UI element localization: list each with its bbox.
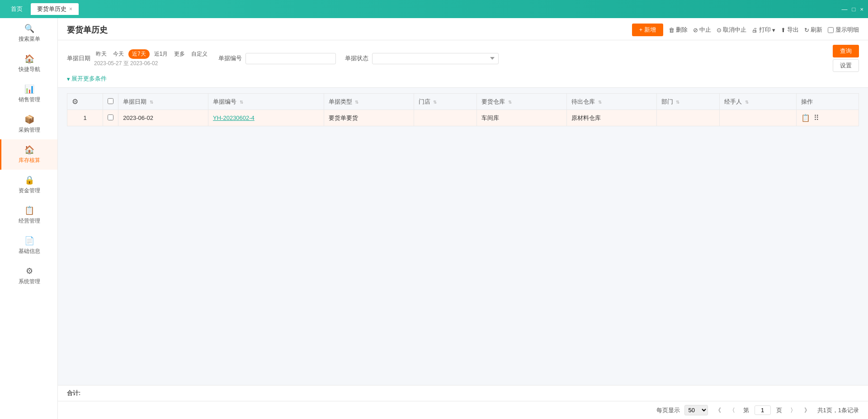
sidebar-item-system-mgmt[interactable]: ⚙ 系统管理 xyxy=(0,261,57,291)
display-detail-label: 显示明细 xyxy=(835,26,859,34)
row-checkbox[interactable] xyxy=(108,114,113,120)
prev-page-btn[interactable]: 〈 xyxy=(726,405,738,415)
view-action-icon[interactable]: 📋 xyxy=(801,114,810,122)
pending-warehouse-col-header: 待出仓库 ⇅ xyxy=(566,94,656,110)
total-info: 共1页，1条记录 xyxy=(817,406,859,414)
per-page-select[interactable]: 50 10 20 100 xyxy=(684,405,708,415)
doc-date-sort-icon[interactable]: ⇅ xyxy=(150,100,153,105)
doc-type-col-label: 单据类型 xyxy=(329,98,352,105)
query-button[interactable]: 查询 xyxy=(833,45,859,57)
active-tab-label: 要货单历史 xyxy=(37,5,66,13)
export-icon: ⬆ xyxy=(781,27,786,33)
doc-num-col-label: 单据编号 xyxy=(213,98,236,105)
cancel-stop-label: 取消中止 xyxy=(723,26,746,34)
chevron-down-icon: ▾ xyxy=(67,76,70,82)
expand-more-btn[interactable]: ▾ 展开更多条件 xyxy=(67,75,859,83)
system-mgmt-icon: ⚙ xyxy=(26,266,33,276)
export-button[interactable]: ⬆ 导出 xyxy=(781,26,799,34)
display-detail-toggle[interactable]: 显示明细 xyxy=(828,26,859,34)
store-col-label: 门店 xyxy=(419,98,430,105)
delete-button[interactable]: 🗑 删除 xyxy=(669,26,688,34)
sidebar-item-purchase-mgmt[interactable]: 📦 采购管理 xyxy=(0,109,57,139)
handler-col-header: 经手人 ⇅ xyxy=(720,94,796,110)
more-action-icon[interactable]: ⠿ xyxy=(814,114,819,122)
sidebar-item-finance-mgmt[interactable]: 🔒 资金管理 xyxy=(0,170,57,200)
sidebar-item-sales-mgmt[interactable]: 📊 销售管理 xyxy=(0,79,57,109)
handler-sort-icon[interactable]: ⇅ xyxy=(745,100,749,105)
filter-row-1: 单据日期 昨天 今天 近7天 近1月 更多 自定义 2023-05-27 至 2… xyxy=(67,45,859,72)
expand-more-label: 展开更多条件 xyxy=(71,75,107,83)
date-shortcut-yesterday[interactable]: 昨天 xyxy=(94,49,108,59)
sidebar-item-quick-nav[interactable]: 🏠 快捷导航 xyxy=(0,48,57,79)
page-title-row: 要货单历史 + 新增 🗑 删除 ⊘ 中止 ⊙ 取消中止 xyxy=(67,24,859,36)
date-shortcut-1month[interactable]: 近1月 xyxy=(152,49,170,59)
row-department xyxy=(656,110,720,126)
refresh-label: 刷新 xyxy=(811,26,822,34)
checkbox-col-header xyxy=(103,94,118,110)
row-store xyxy=(414,110,477,126)
sidebar-item-inventory-calc[interactable]: 🏠 库存核算 xyxy=(0,139,57,170)
date-range-display: 2023-05-27 至 2023-06-02 xyxy=(94,60,209,67)
req-warehouse-col-label: 要货仓库 xyxy=(481,98,505,105)
table-header-row: ⚙ 单据日期 ⇅ 单据编号 ⇅ xyxy=(67,94,859,110)
doc-num-input[interactable] xyxy=(245,53,336,64)
date-shortcut-more[interactable]: 更多 xyxy=(172,49,187,59)
tab-active[interactable]: 要货单历史 × xyxy=(31,3,79,15)
sidebar: 🔍 搜索菜单 🏠 快捷导航 📊 销售管理 📦 采购管理 🏠 库存核算 🔒 资金管… xyxy=(0,18,58,419)
date-shortcut-today[interactable]: 今天 xyxy=(111,49,126,59)
window-controls: — □ × xyxy=(842,6,863,13)
req-warehouse-sort-icon[interactable]: ⇅ xyxy=(508,100,512,105)
doc-num-link[interactable]: YH-20230602-4 xyxy=(213,114,255,121)
select-all-checkbox[interactable] xyxy=(108,98,113,104)
stop-button[interactable]: ⊘ 中止 xyxy=(693,26,711,34)
row-doc-num[interactable]: YH-20230602-4 xyxy=(208,110,324,126)
data-table: ⚙ 单据日期 ⇅ 单据编号 ⇅ xyxy=(67,93,859,126)
refresh-button[interactable]: ↻ 刷新 xyxy=(804,26,822,34)
operation-mgmt-icon: 📋 xyxy=(24,205,34,215)
maximize-icon[interactable]: □ xyxy=(852,6,856,13)
store-sort-icon[interactable]: ⇅ xyxy=(433,100,437,105)
cancel-stop-icon: ⊙ xyxy=(717,27,722,33)
pending-warehouse-sort-icon[interactable]: ⇅ xyxy=(598,100,602,105)
sidebar-label-basic-info: 基础信息 xyxy=(19,248,40,255)
sidebar-item-search-menu[interactable]: 🔍 搜索菜单 xyxy=(0,18,57,48)
minimize-icon[interactable]: — xyxy=(842,6,848,13)
tab-home[interactable]: 首页 xyxy=(5,3,29,15)
store-col-header: 门店 ⇅ xyxy=(414,94,477,110)
action-col-header: 操作 xyxy=(796,94,859,110)
row-num-cell: 1 xyxy=(67,110,103,126)
sidebar-item-operation-mgmt[interactable]: 📋 经营管理 xyxy=(0,200,57,230)
per-page-label: 每页显示 xyxy=(656,406,680,414)
page-number-input[interactable] xyxy=(755,405,771,415)
next-page-btn[interactable]: 〉 xyxy=(788,405,799,415)
first-page-btn[interactable]: 《 xyxy=(712,405,724,415)
purchase-mgmt-icon: 📦 xyxy=(24,114,34,124)
settings-col-header[interactable]: ⚙ xyxy=(67,94,103,110)
doc-date-label: 单据日期 xyxy=(123,98,146,105)
display-detail-checkbox[interactable] xyxy=(828,27,834,33)
row-req-warehouse: 车间库 xyxy=(477,110,567,126)
department-sort-icon[interactable]: ⇅ xyxy=(676,100,679,105)
date-shortcut-7days[interactable]: 近7天 xyxy=(128,49,150,59)
row-doc-date: 2023-06-02 xyxy=(118,110,208,126)
print-button[interactable]: 🖨 打印 ▾ xyxy=(752,26,775,34)
doc-num-sort-icon[interactable]: ⇅ xyxy=(240,100,243,105)
doc-type-sort-icon[interactable]: ⇅ xyxy=(355,100,359,105)
table-area: ⚙ 单据日期 ⇅ 单据编号 ⇅ xyxy=(58,88,868,385)
doc-status-select[interactable] xyxy=(372,53,499,64)
close-window-icon[interactable]: × xyxy=(860,6,863,13)
column-settings-icon[interactable]: ⚙ xyxy=(72,98,78,105)
date-shortcut-custom[interactable]: 自定义 xyxy=(189,49,209,59)
cancel-stop-button[interactable]: ⊙ 取消中止 xyxy=(717,26,746,34)
delete-icon: 🗑 xyxy=(669,27,675,33)
row-actions: 📋 ⠿ xyxy=(796,110,859,126)
settings-button[interactable]: 设置 xyxy=(833,59,859,72)
date-filter-group: 单据日期 昨天 今天 近7天 近1月 更多 自定义 2023-05-27 至 2… xyxy=(67,49,209,67)
doc-num-label: 单据编号 xyxy=(218,54,242,62)
sidebar-item-basic-info[interactable]: 📄 基础信息 xyxy=(0,230,57,261)
tab-close-icon[interactable]: × xyxy=(69,6,72,12)
add-button[interactable]: + 新增 xyxy=(632,24,663,36)
stop-icon: ⊘ xyxy=(693,27,698,33)
inventory-calc-icon: 🏠 xyxy=(24,145,34,155)
last-page-btn[interactable]: 》 xyxy=(802,405,813,415)
